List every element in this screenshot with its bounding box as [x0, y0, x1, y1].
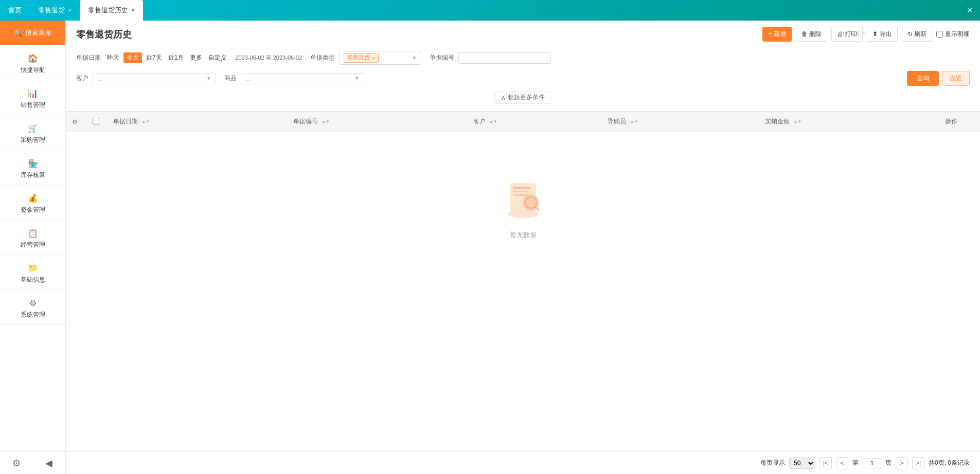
sidebar-label-系统管理: 系统管理 [21, 311, 45, 319]
customer-placeholder: ... [97, 75, 102, 82]
export-button[interactable]: ⬆ 导出 [867, 27, 897, 42]
gear-icon: ⚙ [12, 458, 21, 469]
collapse-up-icon: ∧ [501, 94, 506, 101]
goods-placeholder: ... [245, 75, 251, 82]
page-unit: 页 [885, 459, 892, 467]
delete-button[interactable]: 🗑 删除 [796, 27, 827, 42]
sidebar-item-销售管理[interactable]: 📊销售管理 [0, 80, 65, 115]
total-label: 共0页, 0条记录 [929, 459, 970, 467]
sidebar-item-资金管理[interactable]: 💰资金管理 [0, 185, 65, 220]
svg-rect-2 [513, 187, 531, 189]
collapse-row: ∧ 收起更多条件 [76, 89, 970, 106]
svg-rect-3 [513, 191, 527, 192]
sidebar-item-经营管理[interactable]: 📋经营管理 [0, 220, 65, 255]
doc-number-filter-field: 单据编号 [430, 52, 551, 64]
top-bar: 首页零售退货×零售退货历史× × [0, 0, 980, 21]
date-opt-昨天[interactable]: 昨天 [105, 52, 121, 63]
sidebar-item-采购管理[interactable]: 🛒采购管理 [0, 115, 65, 150]
empty-state: 暂无数据 [66, 132, 980, 281]
sort-arrows-date: ▲▼ [141, 119, 150, 124]
date-opt-近1月[interactable]: 近1月 [166, 52, 186, 63]
th-gear[interactable]: ⚙ [66, 112, 86, 132]
sidebar-icon-快捷导航: 🏠 [27, 52, 39, 64]
sidebar-icon-系统管理: ⚙ [27, 297, 39, 308]
filter-row-2: 客户 ... ▼ 商品 ... ▼ [76, 68, 970, 89]
th-action: 操作 [939, 112, 980, 132]
th-checkbox[interactable] [86, 112, 107, 132]
th-date[interactable]: 单据日期 ▲▼ [107, 112, 287, 132]
date-opt-自定义[interactable]: 自定义 [206, 52, 229, 63]
doc-type-label: 单据类型 [310, 53, 335, 62]
next-page-button[interactable]: > [896, 457, 908, 469]
date-options: 昨天今天近7天近1月更多自定义 [105, 52, 229, 63]
doc-number-input[interactable] [458, 52, 551, 64]
tab-零售退货历史[interactable]: 零售退货历史× [80, 0, 143, 21]
tab-close-零售退货历史[interactable]: × [131, 7, 135, 14]
date-opt-近7天[interactable]: 近7天 [144, 52, 164, 63]
sidebar-settings-button[interactable]: ⚙ [0, 452, 33, 474]
sort-arrows-customer: ▲▼ [489, 119, 497, 124]
page-size-label: 每页显示 [760, 459, 785, 467]
page-input[interactable] [863, 458, 881, 468]
collapse-icon: ◀ [45, 458, 52, 469]
show-detail-checkbox-label[interactable]: 显示明细 [936, 30, 970, 39]
sidebar: 🔍 搜索菜单 🏠快捷导航📊销售管理🛒采购管理🏪库存核算💰资金管理📋经营管理📁基础… [0, 21, 66, 474]
date-filter-field: 单据日期 昨天今天近7天近1月更多自定义 2023-06-02 至 2023-0… [76, 52, 302, 63]
pagination-bar: 每页显示 50 20 100 |< < 第 页 > >| 共0页, 0条记录 [66, 451, 980, 474]
doc-number-label: 单据编号 [430, 53, 454, 62]
customer-select[interactable]: ... ▼ [93, 73, 216, 84]
filter-area: 单据日期 昨天今天近7天近1月更多自定义 2023-06-02 至 2023-0… [76, 48, 970, 111]
search-icon: 🔍 [14, 29, 22, 37]
customer-filter-field: 客户 ... ▼ [76, 73, 216, 84]
sidebar-label-基础信息: 基础信息 [21, 276, 45, 284]
tab-零售退货[interactable]: 零售退货× [30, 0, 80, 21]
th-amount[interactable]: 实销金额 ▲▼ [759, 112, 939, 132]
sidebar-item-库存核算[interactable]: 🏪库存核算 [0, 150, 65, 185]
filter-row-1: 单据日期 昨天今天近7天近1月更多自定义 2023-06-02 至 2023-0… [76, 48, 970, 68]
sidebar-icon-基础信息: 📁 [27, 262, 39, 274]
sidebar-label-采购管理: 采购管理 [21, 136, 45, 144]
window-close-button[interactable]: × [959, 0, 980, 21]
sort-arrows-guide: ▲▼ [630, 119, 638, 124]
date-opt-更多[interactable]: 更多 [188, 52, 204, 63]
sidebar-icon-经营管理: 📋 [27, 227, 39, 239]
th-doc-number[interactable]: 单据编号 ▲▼ [287, 112, 467, 132]
tab-close-零售退货[interactable]: × [68, 7, 72, 14]
refresh-button[interactable]: ↻ 刷新 [902, 27, 932, 42]
goods-label: 商品 [224, 74, 237, 83]
prev-page-button[interactable]: < [836, 457, 848, 469]
goods-select[interactable]: ... ▼ [241, 73, 364, 84]
select-all-checkbox[interactable] [93, 118, 99, 124]
sidebar-icon-库存核算: 🏪 [27, 157, 39, 169]
settings-filter-button[interactable]: 设置 [942, 71, 970, 86]
sidebar-bottom: ⚙ ◀ [0, 451, 65, 474]
first-page-button[interactable]: |< [819, 457, 832, 469]
empty-text: 暂无数据 [510, 230, 537, 240]
goods-filter-field: 商品 ... ▼ [224, 73, 364, 84]
sidebar-item-系统管理[interactable]: ⚙系统管理 [0, 290, 65, 325]
page-size-select[interactable]: 50 20 100 [789, 458, 815, 469]
doc-type-tag-close[interactable]: × [372, 55, 375, 61]
sidebar-search-button[interactable]: 🔍 搜索菜单 [0, 21, 65, 45]
sidebar-item-基础信息[interactable]: 📁基础信息 [0, 255, 65, 290]
collapse-filter-button[interactable]: ∧ 收起更多条件 [494, 91, 551, 104]
brand-text: OfTEn [843, 30, 867, 38]
table-container: ⚙ 单据日期 ▲▼ 单据编号 ▲▼ 客户 [66, 112, 980, 451]
table-body: 暂无数据 [66, 132, 980, 281]
th-customer[interactable]: 客户 ▲▼ [467, 112, 602, 132]
tab-bar: 首页零售退货×零售退货历史× [0, 0, 959, 21]
add-button[interactable]: + 新增 [762, 27, 791, 42]
th-guide[interactable]: 导购员 ▲▼ [601, 112, 759, 132]
doc-type-select[interactable]: 零售退货 × ▼ [339, 51, 421, 65]
query-button[interactable]: 查询 [907, 71, 939, 86]
sidebar-icon-采购管理: 🛒 [27, 122, 39, 134]
sidebar-collapse-button[interactable]: ◀ [33, 452, 66, 474]
tab-首页[interactable]: 首页 [0, 0, 30, 21]
collapse-filter-label: 收起更多条件 [508, 93, 545, 102]
customer-label: 客户 [76, 74, 88, 83]
sidebar-item-快捷导航[interactable]: 🏠快捷导航 [0, 45, 65, 80]
last-page-button[interactable]: >| [912, 457, 924, 469]
show-detail-checkbox[interactable] [936, 31, 943, 38]
sidebar-icon-资金管理: 💰 [27, 192, 39, 204]
date-opt-今天[interactable]: 今天 [123, 52, 142, 63]
